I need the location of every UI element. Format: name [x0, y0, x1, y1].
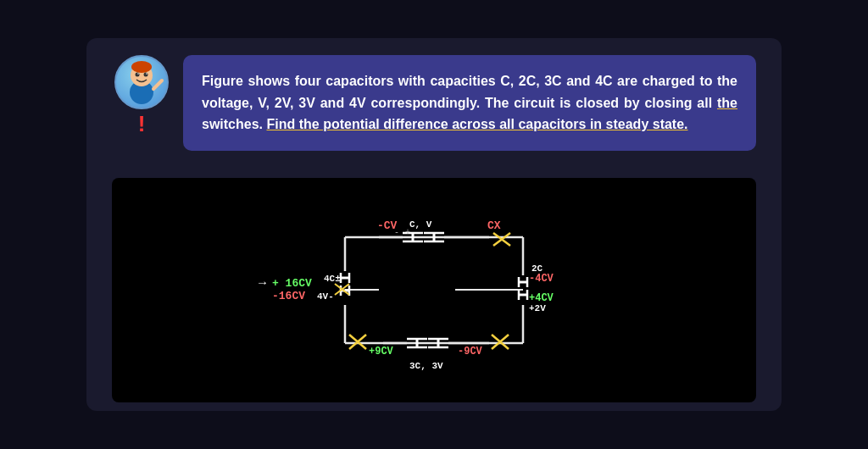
svg-point-5 — [137, 73, 139, 75]
svg-point-3 — [136, 73, 140, 77]
label-pos16cv: + 16CV — [272, 277, 312, 290]
content-card: ! Figure shows four capacitors with capa… — [86, 38, 782, 411]
label-cx: CX — [487, 219, 501, 232]
label-pos4cv: +4CV — [529, 292, 554, 304]
page-wrapper: ! Figure shows four capacitors with capa… — [0, 0, 868, 449]
label-2c: 2C — [531, 263, 543, 274]
arrow-label: → — [259, 276, 266, 291]
circuit-diagram: -CV C, V CX -4CV 2C +4CV +2V → + 16CV 4C… — [243, 186, 625, 394]
label-cv: C, V — [409, 219, 432, 230]
character-icon — [116, 57, 167, 108]
svg-point-2 — [131, 61, 152, 73]
question-text: Figure shows four capacitors with capaci… — [202, 70, 737, 136]
svg-point-6 — [146, 73, 147, 75]
label-4c: 4C± — [324, 274, 341, 284]
label-neg9cv: -9CV — [458, 346, 483, 358]
top-section: ! Figure shows four capacitors with capa… — [112, 55, 756, 166]
label-neg4cv: -4CV — [529, 273, 554, 285]
label-neg16cv: -16CV — [272, 290, 305, 302]
avatar — [114, 55, 169, 109]
circuit-container: -CV C, V CX -4CV 2C +4CV +2V → + 16CV 4C… — [112, 178, 756, 402]
label-4v: 4V- — [317, 291, 334, 302]
label-3c3v: 3C, 3V — [409, 361, 443, 371]
svg-line-7 — [153, 80, 162, 89]
svg-text:+: + — [405, 228, 410, 237]
label-pos9cv: +9CV — [369, 346, 394, 358]
svg-point-4 — [144, 73, 148, 77]
exclamation-mark: ! — [138, 111, 146, 137]
svg-text:-: - — [394, 228, 399, 237]
avatar-area: ! — [112, 55, 171, 137]
label-2v: +2V — [529, 303, 546, 313]
question-box: Figure shows four capacitors with capaci… — [183, 55, 756, 151]
